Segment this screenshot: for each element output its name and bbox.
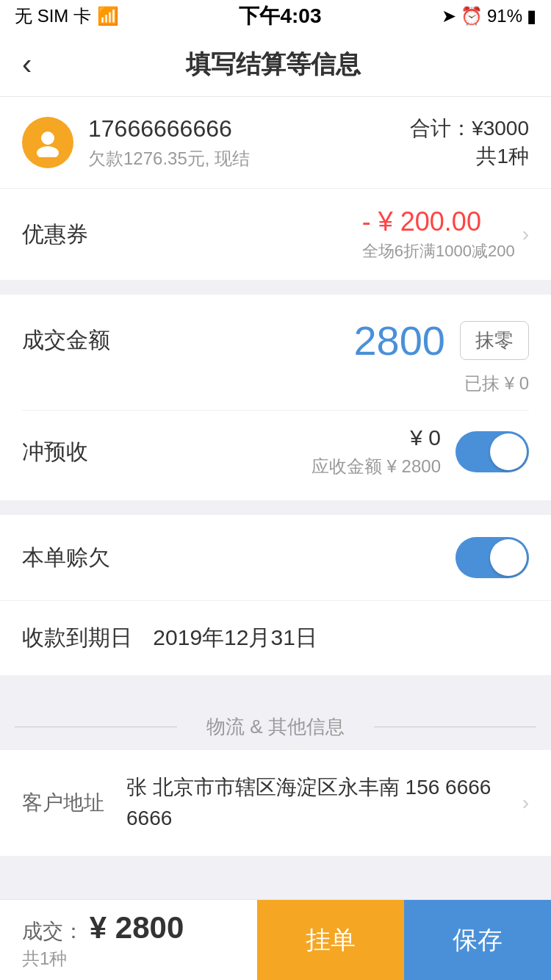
status-time: 下午4:03 <box>239 2 321 30</box>
battery-icon: ▮ <box>527 6 536 26</box>
customer-left: 17666666666 欠款1276.35元, 现结 <box>22 115 250 170</box>
prepay-label: 冲预收 <box>22 437 88 467</box>
svg-point-1 <box>37 146 59 157</box>
sim-label: 无 SIM 卡 <box>15 4 91 28</box>
coupon-label: 优惠券 <box>22 220 88 250</box>
page-title: 填写结算等信息 <box>46 48 500 82</box>
round-button[interactable]: 抹零 <box>460 321 529 360</box>
toggle-knob <box>490 433 527 470</box>
status-bar: 无 SIM 卡 📶 下午4:03 ➤ ⏰ 91% ▮ <box>0 0 551 32</box>
nav-bar: ‹ 填写结算等信息 <box>0 32 551 97</box>
prepay-row: 冲预收 ¥ 0 应收金额 ¥ 2800 <box>22 410 529 478</box>
total-label-amount: 合计：¥3000 <box>410 115 529 143</box>
section-gap-3 <box>0 675 551 690</box>
divider-line-left <box>15 727 177 727</box>
bottom-deal-row: 成交： ¥ 2800 <box>22 910 235 945</box>
customer-info: 17666666666 欠款1276.35元, 现结 <box>88 115 250 170</box>
address-row[interactable]: 客户地址 张 北京市市辖区海淀区永丰南 156 6666 6666 › <box>0 750 551 856</box>
due-date-label: 收款到期日 <box>22 625 132 649</box>
bottom-deal-count: 共1种 <box>22 947 235 970</box>
coupon-row[interactable]: 优惠券 - ¥ 200.00 全场6折满1000减200 › <box>0 188 551 280</box>
back-button[interactable]: ‹ <box>22 48 46 81</box>
section-gap-2 <box>0 500 551 515</box>
divider-line-right <box>374 727 536 727</box>
deferred-toggle-knob <box>490 539 527 576</box>
coupon-right: - ¥ 200.00 全场6折满1000减200 › <box>362 206 529 262</box>
coupon-chevron-icon: › <box>522 223 529 246</box>
battery-label: 91% <box>487 6 522 26</box>
customer-phone: 17666666666 <box>88 115 250 143</box>
amount-section: 成交金额 2800 抹零 已抹 ¥ 0 冲预收 ¥ 0 应收金额 ¥ 2800 <box>0 295 551 500</box>
erased-label: 已抹 ¥ 0 <box>464 373 529 393</box>
bottom-bar: 成交： ¥ 2800 共1种 挂单 保存 <box>0 899 551 980</box>
section-gap-1 <box>0 280 551 295</box>
customer-total: 合计：¥3000 共1种 <box>410 115 529 170</box>
svg-point-0 <box>41 131 54 145</box>
save-button[interactable]: 保存 <box>404 900 551 981</box>
deferred-label: 本单赊欠 <box>22 543 110 573</box>
logistics-divider: 物流 & 其他信息 <box>0 705 551 749</box>
amount-row: 成交金额 2800 抹零 <box>22 317 529 364</box>
logistics-label: 物流 & 其他信息 <box>206 714 345 740</box>
deferred-row: 本单赊欠 <box>0 515 551 600</box>
alarm-icon: ⏰ <box>461 6 483 26</box>
bottom-summary: 成交： ¥ 2800 共1种 <box>0 910 257 970</box>
total-label: 合计： <box>410 117 472 140</box>
total-count: 共1种 <box>410 143 529 170</box>
address-label: 客户地址 <box>22 789 104 817</box>
amount-number: 2800 <box>353 317 445 364</box>
bottom-deal-amount: ¥ 2800 <box>90 910 184 945</box>
address-value: 张 北京市市辖区海淀区永丰南 156 6666 6666 <box>126 772 522 834</box>
status-right: ➤ ⏰ 91% ▮ <box>442 6 536 26</box>
bottom-deal-label: 成交： <box>22 920 84 943</box>
due-date-value: 2019年12月31日 <box>153 625 317 649</box>
hang-button[interactable]: 挂单 <box>257 900 404 981</box>
due-date-row: 收款到期日 2019年12月31日 <box>0 600 551 675</box>
avatar <box>22 117 73 168</box>
status-left: 无 SIM 卡 📶 <box>15 4 119 28</box>
total-amount: ¥3000 <box>472 117 529 140</box>
location-icon: ➤ <box>442 6 456 26</box>
prepay-toggle[interactable] <box>455 431 529 472</box>
prepay-receivable: 应收金额 ¥ 2800 <box>311 455 441 478</box>
prepay-right: ¥ 0 应收金额 ¥ 2800 <box>311 425 441 478</box>
customer-row: 17666666666 欠款1276.35元, 现结 合计：¥3000 共1种 <box>0 97 551 188</box>
customer-debt: 欠款1276.35元, 现结 <box>88 147 250 170</box>
amount-value-group: 2800 抹零 <box>353 317 529 364</box>
prepay-amount: ¥ 0 <box>410 425 441 450</box>
coupon-discount: - ¥ 200.00 <box>362 206 515 237</box>
amount-label: 成交金额 <box>22 325 110 356</box>
address-chevron-icon: › <box>522 791 529 815</box>
erased-row: 已抹 ¥ 0 <box>22 372 529 395</box>
deferred-toggle[interactable] <box>455 537 529 578</box>
wifi-icon: 📶 <box>97 6 119 26</box>
coupon-description: 全场6折满1000减200 <box>362 240 515 262</box>
